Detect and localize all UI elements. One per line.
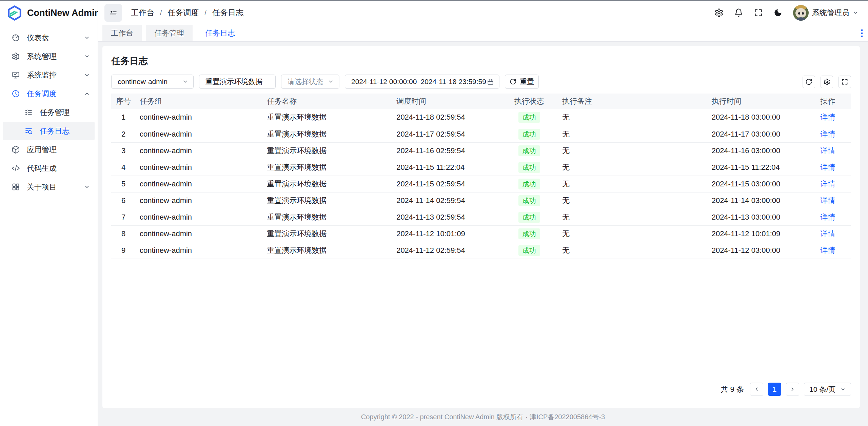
table-row: 7continew-admin重置演示环境数据2024-11-13 02:59:… — [111, 209, 851, 225]
detail-link[interactable]: 详情 — [820, 130, 835, 138]
moon-icon[interactable] — [773, 8, 783, 17]
cell-name: 重置演示环境数据 — [263, 126, 392, 142]
sidebar-item-system-monitor[interactable]: 系统监控 — [3, 66, 95, 84]
tab-workbench[interactable]: 工作台 — [102, 25, 142, 41]
breadcrumb-item[interactable]: 任务日志 — [212, 7, 243, 18]
fullscreen-icon — [841, 78, 848, 85]
sidebar-item-system-management[interactable]: 系统管理 — [3, 47, 95, 66]
col-status: 执行状态 — [500, 94, 558, 109]
status-select[interactable]: 请选择状态 — [281, 75, 339, 89]
sidebar-item-dashboard[interactable]: 仪表盘 — [3, 28, 95, 47]
cell-index: 4 — [111, 159, 136, 176]
cell-remark: 无 — [558, 176, 708, 192]
chevron-down-icon — [328, 79, 334, 85]
status-badge: 成功 — [518, 212, 540, 223]
code-icon — [12, 164, 20, 173]
cell-schedule-time: 2024-11-12 02:59:54 — [392, 242, 500, 259]
cell-group: continew-admin — [136, 209, 263, 225]
tab-task-log[interactable]: 任务日志 — [197, 25, 243, 41]
app-logo: ContiNew Admin — [0, 1, 98, 25]
chevron-down-icon — [84, 72, 90, 78]
table-settings-button[interactable] — [821, 76, 833, 88]
col-remark: 执行备注 — [558, 94, 708, 109]
cell-remark: 无 — [558, 109, 708, 126]
table-refresh-button[interactable] — [803, 76, 815, 88]
cell-index: 2 — [111, 126, 136, 142]
monitor-icon — [12, 71, 20, 79]
cell-index: 1 — [111, 109, 136, 126]
pagination-total: 共 9 条 — [721, 384, 744, 394]
tab-bar: 工作台 任务管理 任务日志 — [98, 25, 868, 42]
sidebar-item-code-generation[interactable]: 代码生成 — [3, 159, 95, 178]
cell-exec-time: 2024-11-12 03:00:00 — [708, 242, 805, 259]
sidebar-item-about-project[interactable]: 关于项目 — [3, 178, 95, 196]
cell-remark: 无 — [558, 159, 708, 176]
task-name-input[interactable] — [199, 75, 276, 89]
cell-name: 重置演示环境数据 — [263, 225, 392, 242]
footer: Copyright © 2022 - present ContiNew Admi… — [98, 408, 868, 426]
detail-link[interactable]: 详情 — [820, 229, 835, 238]
table-row: 3continew-admin重置演示环境数据2024-11-16 02:59:… — [111, 142, 851, 159]
breadcrumb-item[interactable]: 工作台 — [131, 7, 154, 18]
sidebar-item-task-log[interactable]: 任务日志 — [3, 122, 95, 140]
dashboard-icon — [12, 34, 20, 42]
app-name: ContiNew Admin — [27, 8, 100, 18]
bell-icon[interactable] — [734, 8, 743, 17]
settings-icon[interactable] — [714, 8, 724, 17]
cell-schedule-time: 2024-11-14 02:59:54 — [392, 192, 500, 209]
detail-link[interactable]: 详情 — [820, 196, 835, 205]
task-group-select[interactable]: continew-admin — [111, 75, 194, 89]
status-badge: 成功 — [518, 179, 540, 189]
detail-link[interactable]: 详情 — [820, 113, 835, 121]
detail-link[interactable]: 详情 — [820, 213, 835, 221]
detail-link[interactable]: 详情 — [820, 146, 835, 155]
col-exec-time: 执行时间 — [708, 94, 805, 109]
next-page-button[interactable] — [786, 383, 799, 396]
status-badge: 成功 — [518, 145, 540, 156]
table-row: 6continew-admin重置演示环境数据2024-11-14 02:59:… — [111, 192, 851, 209]
cell-action: 详情 — [804, 126, 851, 142]
logo-icon — [7, 5, 22, 21]
table-row: 1continew-admin重置演示环境数据2024-11-18 02:59:… — [111, 109, 851, 126]
cell-action: 详情 — [804, 159, 851, 176]
date-range-picker[interactable]: 2024-11-12 00:00:00 - 2024-11-18 23:59:5… — [345, 75, 499, 89]
chevron-right-icon — [790, 386, 795, 392]
status-badge: 成功 — [518, 162, 540, 173]
tab-more-icon[interactable] — [855, 25, 868, 41]
date-separator: - — [417, 78, 420, 86]
detail-link[interactable]: 详情 — [820, 180, 835, 188]
fullscreen-icon[interactable] — [754, 8, 763, 17]
user-menu[interactable]: 系统管理员 — [793, 5, 859, 21]
cell-name: 重置演示环境数据 — [263, 176, 392, 192]
page-title: 任务日志 — [111, 55, 851, 67]
sidebar-item-app-management[interactable]: 应用管理 — [3, 140, 95, 159]
page-number-current[interactable]: 1 — [768, 383, 781, 396]
detail-link[interactable]: 详情 — [820, 246, 835, 255]
breadcrumb-item[interactable]: 任务调度 — [168, 7, 199, 18]
prev-page-button[interactable] — [750, 383, 763, 396]
cell-remark: 无 — [558, 192, 708, 209]
cell-status: 成功 — [500, 176, 558, 192]
sidebar: ContiNew Admin 仪表盘 系统管理 系统监控 任务调度 — [0, 1, 98, 426]
page-size-select[interactable]: 10 条/页 — [804, 383, 851, 396]
tab-task-management[interactable]: 任务管理 — [146, 25, 193, 41]
cell-status: 成功 — [500, 192, 558, 209]
table-row: 9continew-admin重置演示环境数据2024-11-12 02:59:… — [111, 242, 851, 259]
detail-link[interactable]: 详情 — [820, 163, 835, 171]
sidebar-collapse-button[interactable] — [104, 4, 122, 22]
reset-button[interactable]: 重置 — [505, 75, 539, 89]
cell-index: 3 — [111, 142, 136, 159]
chevron-down-icon — [84, 54, 90, 59]
refresh-icon — [510, 78, 516, 85]
table-row: 8continew-admin重置演示环境数据2024-11-12 10:01:… — [111, 225, 851, 242]
cell-status: 成功 — [500, 126, 558, 142]
sidebar-item-task-management[interactable]: 任务管理 — [3, 103, 95, 122]
table-fullscreen-button[interactable] — [839, 76, 851, 88]
sidebar-item-task-schedule[interactable]: 任务调度 — [3, 84, 95, 103]
chevron-up-icon — [84, 91, 90, 97]
status-badge: 成功 — [518, 228, 540, 239]
col-schedule-time: 调度时间 — [392, 94, 500, 109]
cell-name: 重置演示环境数据 — [263, 192, 392, 209]
table-row: 2continew-admin重置演示环境数据2024-11-17 02:59:… — [111, 126, 851, 142]
checklist-icon — [24, 108, 33, 117]
